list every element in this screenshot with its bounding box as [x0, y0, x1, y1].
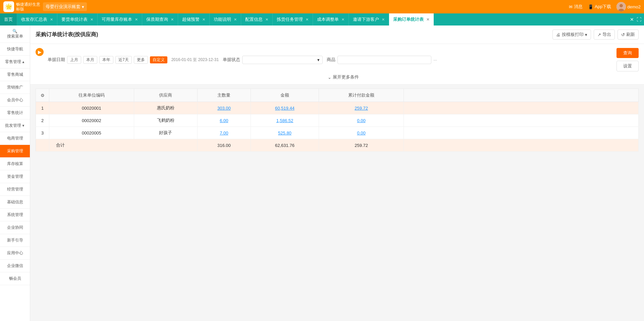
- td-paid: 259.72: [319, 102, 404, 114]
- page-header: 采购订单统计表(按供应商) 🖨 按模板打印 ▾ ↗ 导出 ↺ 刷新: [30, 25, 644, 44]
- page-title: 采购订单统计表(按供应商): [36, 31, 98, 38]
- sidebar-item-member-center[interactable]: 会员中心: [0, 94, 30, 107]
- td-supplier: 惠氏奶粉: [134, 102, 197, 114]
- tab-invite-downstream[interactable]: 邀请下游客户 ✕: [349, 13, 389, 25]
- query-button[interactable]: 查询: [616, 48, 639, 58]
- summary-label: 合计: [49, 139, 198, 152]
- td-amount: 1,586.52: [251, 114, 319, 127]
- close-window-icon[interactable]: ✕: [630, 17, 634, 22]
- close-icon[interactable]: ✕: [341, 17, 344, 22]
- message-icon: ✉: [569, 4, 573, 9]
- sidebar-item-vip-member[interactable]: 畅会员: [0, 272, 30, 285]
- avatar: [616, 2, 626, 11]
- top-bar: 🌟 畅捷通好生意 标版 母婴行业演示账套 ▾ ✉ 消息 📱 App下载 demo…: [0, 0, 644, 13]
- filter-toggle-button[interactable]: ▶: [36, 48, 44, 56]
- tab-overstock-warning[interactable]: 超储预警 ✕: [178, 13, 210, 25]
- td-amount: 525.80: [251, 127, 319, 139]
- table-header-row: ⚙ 往来单位编码 供应商 主数量 金额 累计付款金额: [36, 89, 639, 102]
- sidebar-item-finance[interactable]: 资金管理: [0, 170, 30, 183]
- shortcut-this-year[interactable]: 本年: [99, 56, 113, 64]
- custom-date-badge[interactable]: 自定义: [150, 56, 167, 63]
- export-icon: ↗: [597, 32, 601, 37]
- summary-paid: 259.72: [319, 139, 404, 152]
- td-code: 00020005: [49, 127, 134, 139]
- print-icon: 🖨: [556, 32, 560, 37]
- more-options-icon[interactable]: ···: [433, 57, 437, 62]
- sidebar-item-search[interactable]: 🔍 搜索菜单: [0, 25, 30, 43]
- sidebar-item-new-guide[interactable]: 新手引导: [0, 234, 30, 247]
- workspace-dropdown-icon: ▾: [82, 4, 84, 9]
- close-icon[interactable]: ✕: [135, 17, 138, 22]
- print-button[interactable]: 🖨 按模板打印 ▾: [552, 30, 591, 40]
- logo-area: 🌟 畅捷通好生意 标版: [3, 1, 40, 12]
- sidebar-item-quick-nav[interactable]: 快捷导航: [0, 43, 30, 56]
- th-supplier: 供应商: [134, 89, 197, 102]
- logo-text: 畅捷通好生意 标版: [16, 2, 40, 12]
- shortcut-last-7-days[interactable]: 近7天: [115, 56, 132, 64]
- close-icon[interactable]: ✕: [426, 17, 429, 22]
- sidebar-item-inventory[interactable]: 库存核算: [0, 158, 30, 170]
- refresh-button[interactable]: ↺ 刷新: [618, 30, 639, 40]
- td-qty: 303.00: [197, 102, 251, 114]
- message-button[interactable]: ✉ 消息: [569, 4, 583, 10]
- td-amount: 60,519.44: [251, 102, 319, 114]
- date-range-display: 2016-01-01 至 2023-12-31: [171, 57, 219, 63]
- sidebar-item-retail-stats[interactable]: 零售统计: [0, 107, 30, 119]
- tab-purchase-stats[interactable]: 采购订单统计表 ✕: [389, 13, 434, 25]
- sidebar-item-enterprise-wechat[interactable]: 企业微信: [0, 260, 30, 272]
- maximize-icon[interactable]: ⛶: [637, 17, 641, 22]
- tab-req-stats[interactable]: 要货单统计表 ✕: [57, 13, 98, 25]
- sidebar-item-ecommerce[interactable]: 电商管理: [0, 132, 30, 145]
- sidebar-item-operations[interactable]: 经营管理: [0, 183, 30, 196]
- sidebar: 🔍 搜索菜单 快捷导航 零售管理 ▲ 零售商城 营销推广 会员中心 零售统计 批…: [0, 25, 30, 321]
- close-icon[interactable]: ✕: [306, 17, 309, 22]
- settings-icon[interactable]: ⚙: [41, 93, 45, 98]
- sidebar-item-marketing[interactable]: 营销推广: [0, 81, 30, 94]
- close-icon[interactable]: ✕: [50, 17, 53, 22]
- close-icon[interactable]: ✕: [171, 17, 174, 22]
- close-icon[interactable]: ✕: [202, 17, 205, 22]
- sidebar-item-enterprise-collab[interactable]: 企业协同: [0, 221, 30, 234]
- shortcut-last-month[interactable]: 上月: [67, 56, 81, 64]
- tab-cost-adjust[interactable]: 成本调整单 ✕: [313, 13, 349, 25]
- tab-func-desc[interactable]: 功能说明 ✕: [210, 13, 241, 25]
- app-download-button[interactable]: 📱 App下载: [588, 4, 611, 10]
- close-icon[interactable]: ✕: [90, 17, 93, 22]
- td-paid: 0.00: [319, 127, 404, 139]
- td-code: 00020001: [49, 102, 134, 114]
- sidebar-item-sys-mgmt[interactable]: 系统管理: [0, 209, 30, 221]
- sidebar-item-purchase-mgmt[interactable]: 采购管理: [0, 145, 30, 158]
- sidebar-item-wholesale-mgmt[interactable]: 批发管理 ▼: [0, 119, 30, 132]
- shortcut-this-month[interactable]: 本月: [83, 56, 97, 64]
- workspace-selector[interactable]: 母婴行业演示账套 ▾: [43, 2, 87, 11]
- export-button[interactable]: ↗ 导出: [594, 30, 615, 40]
- tab-available-stock[interactable]: 可用量库存账本 ✕: [98, 13, 142, 25]
- tab-config-info[interactable]: 配置信息 ✕: [241, 13, 273, 25]
- th-qty: 主数量: [197, 89, 251, 102]
- main-content: 采购订单统计表(按供应商) 🖨 按模板打印 ▾ ↗ 导出 ↺ 刷新: [30, 25, 644, 321]
- close-icon[interactable]: ✕: [265, 17, 268, 22]
- user-menu[interactable]: demo2: [616, 2, 641, 11]
- status-select[interactable]: ▾: [242, 56, 323, 64]
- tab-collect-send[interactable]: 收发存汇总表 ✕: [17, 13, 57, 25]
- expand-button[interactable]: ⌄ 展开更多条件: [328, 74, 359, 80]
- goods-input[interactable]: [337, 56, 431, 64]
- filter-fields: 单据日期 上月 本月 本年 近7天 更多 自定义: [48, 48, 639, 80]
- close-icon[interactable]: ✕: [382, 17, 385, 22]
- sidebar-item-retail-mgmt[interactable]: 零售管理 ▲: [0, 56, 30, 68]
- td-paid: 0.00: [319, 114, 404, 127]
- logo-icon: 🌟: [3, 1, 14, 12]
- settings-button[interactable]: 设置: [616, 61, 639, 71]
- sidebar-item-retail-shop[interactable]: 零售商城: [0, 68, 30, 81]
- close-icon[interactable]: ✕: [234, 17, 237, 22]
- sidebar-item-app-center[interactable]: 应用中心: [0, 247, 30, 260]
- th-unit-code: 往来单位编码: [49, 89, 134, 102]
- tab-pick-task[interactable]: 拣货任务管理 ✕: [273, 13, 313, 25]
- sidebar-item-basic-info[interactable]: 基础信息: [0, 196, 30, 209]
- tab-expiry-query[interactable]: 保质期查询 ✕: [142, 13, 178, 25]
- shortcut-more[interactable]: 更多: [134, 56, 148, 64]
- query-actions: 查询 设置: [616, 48, 639, 71]
- tab-home[interactable]: 首页: [0, 13, 17, 25]
- date-shortcuts: 上月 本月 本年 近7天 更多: [67, 56, 148, 64]
- td-seq: 3: [36, 127, 49, 139]
